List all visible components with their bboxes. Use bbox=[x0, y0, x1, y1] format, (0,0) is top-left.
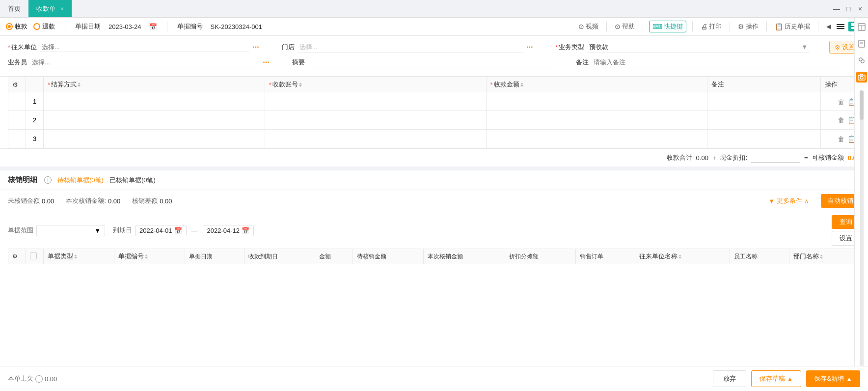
remark-input[interactable] bbox=[592, 57, 841, 67]
row2-num: 2 bbox=[26, 111, 44, 130]
due-date-label: 到期日 bbox=[113, 226, 132, 235]
date-from-picker[interactable]: 2022-04-01 📅 bbox=[135, 225, 187, 236]
range-select[interactable]: ▼ bbox=[36, 225, 105, 236]
divider-4 bbox=[643, 22, 643, 31]
table-col-remark: 备注 bbox=[707, 77, 821, 92]
row1-remark[interactable] bbox=[707, 92, 821, 111]
sub-col-type: 单据类型 bbox=[44, 249, 114, 264]
toolbar-right: ⊙ 视频 ⊙ 帮助 ⌨ 快捷键 🖨 打印 ⚙ 操作 bbox=[576, 21, 862, 32]
help-button[interactable]: ⊙ 帮助 bbox=[613, 21, 637, 32]
save-new-button[interactable]: 保存&新增 ▲ bbox=[806, 370, 860, 387]
row3-settlement[interactable] bbox=[44, 130, 265, 148]
receipt-radio[interactable]: 收款 bbox=[6, 22, 27, 31]
pending-tab[interactable]: 待核销单据(0笔) bbox=[57, 176, 104, 185]
video-button[interactable]: ⊙ 视频 bbox=[576, 21, 600, 32]
calendar-icon[interactable]: 📅 bbox=[149, 23, 157, 30]
partner-more-btn[interactable]: ··· bbox=[249, 43, 262, 52]
history-button[interactable]: 📋 历史单据 bbox=[773, 21, 812, 32]
date-to-picker[interactable]: 2022-04-12 📅 bbox=[203, 225, 254, 236]
table-settings-icon: ⚙ bbox=[12, 81, 18, 88]
staff-more-btn[interactable]: ··· bbox=[260, 58, 272, 67]
tab-receipt[interactable]: 收款单 × bbox=[28, 0, 72, 17]
sidebar-camera-icon[interactable] bbox=[856, 72, 867, 83]
draft-label: 保存草稿 bbox=[760, 374, 785, 383]
nav-prev-button[interactable]: ◀ bbox=[824, 22, 833, 31]
draft-button[interactable]: 保存草稿 ▲ bbox=[751, 370, 802, 387]
main-table: ⚙ * 结算方式 bbox=[8, 77, 860, 148]
operation-button[interactable]: ⚙ 操作 bbox=[736, 21, 760, 32]
shortcut-button[interactable]: ⌨ 快捷键 bbox=[649, 21, 686, 32]
biz-type-value: 预收款 bbox=[589, 43, 799, 52]
row3-amount[interactable] bbox=[486, 130, 707, 148]
divider-3 bbox=[606, 22, 607, 31]
video-label: 视频 bbox=[586, 22, 598, 31]
biz-type-label: 业务类型 bbox=[559, 43, 584, 52]
refund-radio-label: 退款 bbox=[42, 22, 55, 31]
row2-account[interactable] bbox=[265, 111, 486, 130]
table-num-th bbox=[26, 77, 44, 92]
tab-bar: 首页 收款单 × — □ × bbox=[0, 0, 868, 18]
scrollbar-thumb bbox=[860, 90, 864, 120]
row3-settings bbox=[8, 130, 26, 148]
sub-col-staff: 员工名称 bbox=[730, 249, 789, 264]
more-conditions-btn[interactable]: ▼ 更多条件 ∧ bbox=[768, 196, 809, 205]
save-new-arrow-icon: ▲ bbox=[846, 375, 852, 383]
sidebar-table-icon[interactable] bbox=[856, 22, 867, 32]
close-button[interactable]: × bbox=[856, 5, 864, 13]
plus-sign: + bbox=[712, 154, 716, 162]
row2-remark[interactable] bbox=[707, 111, 821, 130]
row1-delete-icon[interactable]: 🗑 bbox=[838, 98, 844, 106]
menu-icon[interactable] bbox=[837, 24, 844, 29]
settings-label: 设置 bbox=[842, 43, 855, 52]
prev-label: 本单上欠 bbox=[8, 374, 33, 383]
row2-settings bbox=[8, 111, 26, 130]
row2-settlement[interactable] bbox=[44, 111, 265, 130]
divider-6 bbox=[730, 22, 730, 31]
sum-label: 收款合计 bbox=[667, 153, 692, 162]
select-all-checkbox[interactable] bbox=[30, 252, 37, 259]
summary-input[interactable] bbox=[308, 57, 557, 67]
summary-field: 摘要 bbox=[292, 57, 557, 67]
diff-stat: 核销差额 0.00 bbox=[132, 196, 172, 205]
hexiao-info-icon[interactable]: i bbox=[44, 176, 52, 184]
tab-close-icon[interactable]: × bbox=[60, 5, 64, 12]
row3-remark[interactable] bbox=[707, 130, 821, 148]
shortcut-icon: ⌨ bbox=[652, 23, 662, 30]
row3-account[interactable] bbox=[265, 130, 486, 148]
minimize-button[interactable]: — bbox=[833, 5, 841, 13]
sum-value: 0.00 bbox=[696, 154, 708, 162]
staff-label: 业务员 bbox=[8, 58, 27, 67]
abandon-button[interactable]: 放弃 bbox=[713, 370, 746, 387]
done-tab[interactable]: 已核销单据(0笔) bbox=[109, 176, 156, 185]
discount-label: 现金折扣: bbox=[720, 153, 747, 162]
main-content: 收款 退款 单据日期 2023-03-24 📅 单据编号 SK-20230324… bbox=[0, 18, 868, 391]
help-label: 帮助 bbox=[622, 22, 635, 31]
biz-type-select[interactable]: 预收款 ▼ bbox=[587, 42, 810, 53]
staff-input[interactable] bbox=[30, 57, 260, 67]
sidebar-book-icon[interactable] bbox=[856, 38, 867, 49]
table-settings-th[interactable]: ⚙ bbox=[8, 77, 26, 92]
store-more-btn[interactable]: ··· bbox=[523, 43, 536, 52]
maximize-button[interactable]: □ bbox=[844, 5, 852, 13]
sub-checkbox-th[interactable] bbox=[26, 249, 44, 264]
unclaimed-label: 未核销金额 bbox=[8, 196, 40, 205]
table-col-settlement: * 结算方式 bbox=[44, 77, 265, 92]
table-area: ⚙ * 结算方式 bbox=[0, 77, 868, 148]
sub-col-this: 本次核销金额 bbox=[423, 249, 505, 264]
discount-input[interactable] bbox=[751, 153, 800, 163]
store-select[interactable]: 选择... bbox=[298, 42, 523, 53]
row3-delete-icon[interactable]: 🗑 bbox=[838, 135, 844, 143]
tab-home[interactable]: 首页 bbox=[0, 0, 28, 17]
row2-delete-icon[interactable]: 🗑 bbox=[838, 116, 844, 124]
print-button[interactable]: 🖨 打印 bbox=[699, 21, 724, 32]
sub-settings-th[interactable]: ⚙ bbox=[8, 249, 26, 264]
row1-amount[interactable] bbox=[486, 92, 707, 111]
row1-account[interactable] bbox=[265, 92, 486, 111]
row1-settlement[interactable] bbox=[44, 92, 265, 111]
scrollbar[interactable] bbox=[860, 90, 864, 385]
row2-amount[interactable] bbox=[486, 111, 707, 130]
refund-radio[interactable]: 退款 bbox=[33, 22, 55, 31]
partner-input[interactable] bbox=[40, 42, 249, 52]
tab-home-label: 首页 bbox=[8, 4, 21, 13]
sidebar-link-icon[interactable] bbox=[856, 55, 867, 66]
